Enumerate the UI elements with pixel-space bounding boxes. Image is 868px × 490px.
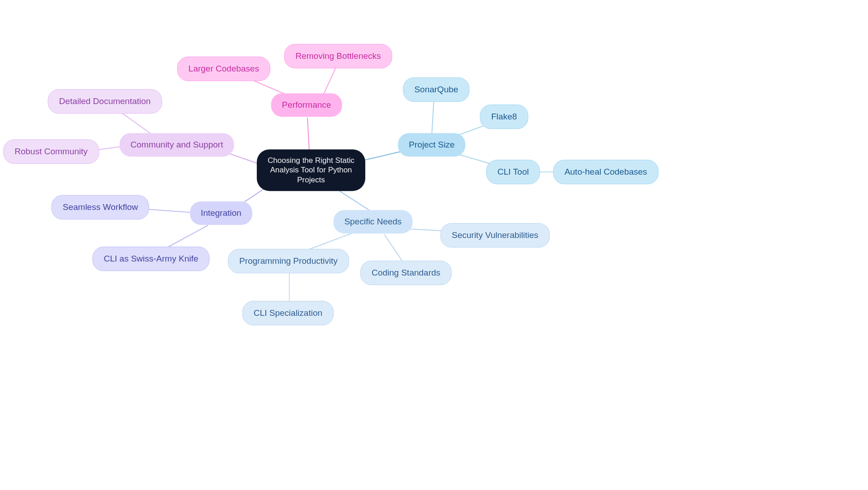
label: Integration [201,208,241,219]
label: Seamless Workflow [63,202,138,213]
node-cli-specialization[interactable]: CLI Specialization [242,301,334,325]
node-robust-community[interactable]: Robust Community [3,139,99,164]
center-node[interactable]: Choosing the Right Static Analysis Tool … [257,149,365,191]
node-detailed-docs[interactable]: Detailed Documentation [48,89,162,114]
label: Removing Bottlenecks [295,51,381,62]
node-sonarqube[interactable]: SonarQube [403,77,469,102]
node-security[interactable]: Security Vulnerabilities [440,223,550,247]
label: Programming Productivity [239,256,338,266]
node-specific-needs[interactable]: Specific Needs [334,210,413,233]
label: Coding Standards [372,267,440,278]
label: Flake8 [491,111,517,122]
label: Detailed Documentation [59,96,151,107]
node-removing-bottlenecks[interactable]: Removing Bottlenecks [284,44,392,68]
node-cli-tool[interactable]: CLI Tool [486,160,540,184]
node-auto-heal[interactable]: Auto-heal Codebases [553,160,659,184]
label: Auto-heal Codebases [565,167,647,177]
label: CLI as Swiss-Army Knife [104,253,198,264]
node-community-support[interactable]: Community and Support [120,133,234,157]
svg-line-18 [323,66,337,95]
label: Larger Codebases [189,63,259,74]
label: Community and Support [131,139,223,150]
svg-line-5 [335,188,373,213]
label: CLI Tool [497,167,528,177]
label: Project Size [409,139,454,150]
label: Performance [282,100,331,110]
node-swiss-army[interactable]: CLI as Swiss-Army Knife [92,247,209,271]
node-larger-codebases[interactable]: Larger Codebases [177,57,270,81]
label: CLI Specialization [254,308,322,319]
node-performance[interactable]: Performance [271,93,342,117]
node-seamless-workflow[interactable]: Seamless Workflow [52,195,149,219]
label: SonarQube [414,84,458,95]
svg-line-7 [384,234,405,265]
label: Robust Community [14,146,88,157]
center-label: Choosing the Right Static Analysis Tool … [268,156,354,185]
node-integration[interactable]: Integration [190,201,252,225]
svg-line-15 [122,113,154,136]
svg-line-1 [432,97,434,136]
svg-line-16 [307,118,309,150]
label: Specific Needs [344,216,402,227]
node-flake8[interactable]: Flake8 [480,105,528,129]
label: Security Vulnerabilities [452,230,538,241]
node-programming-productivity[interactable]: Programming Productivity [228,249,349,273]
node-coding-standards[interactable]: Coding Standards [360,261,452,285]
node-project-size[interactable]: Project Size [398,133,465,157]
